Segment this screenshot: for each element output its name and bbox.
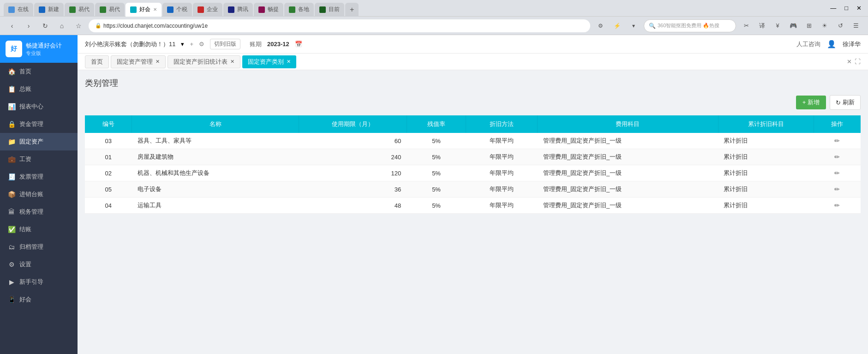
- close-tab-btn[interactable]: ✕: [847, 58, 852, 65]
- browser-tab-haohui[interactable]: 好会 ✕: [126, 3, 162, 17]
- back-button[interactable]: ‹: [6, 19, 18, 32]
- user-avatar-icon: 👤: [827, 40, 836, 48]
- expand-btn[interactable]: ⛶: [855, 58, 861, 65]
- header-right: 人工咨询 👤 徐泽华: [796, 40, 861, 48]
- cell-name: 房屋及建筑物: [132, 149, 299, 165]
- extensions-button[interactable]: ⚙: [594, 19, 607, 32]
- dropdown-icon[interactable]: ▾: [181, 41, 184, 48]
- home-button[interactable]: ⌂: [55, 19, 68, 32]
- cell-accum: 累计折旧: [718, 198, 814, 214]
- cell-action: ✏: [814, 133, 861, 149]
- cell-method: 年限平均: [466, 198, 538, 214]
- address-input[interactable]: 🔒 https://cloud.chanjet.com/accounting/u…: [89, 19, 590, 32]
- cell-action: ✏: [814, 198, 861, 214]
- sidebar-item-haohui[interactable]: 📱 好会: [0, 291, 78, 308]
- sidebar-item-guide[interactable]: ▶ 新手引导: [0, 273, 78, 291]
- sidebar-item-general-ledger[interactable]: 📋 总账: [0, 80, 78, 98]
- sidebar-item-settings[interactable]: ⚙ 设置: [0, 256, 78, 273]
- cell-period: 48: [299, 198, 407, 214]
- cell-id: 05: [85, 181, 132, 198]
- menu-icon[interactable]: ☰: [850, 19, 862, 32]
- edit-button[interactable]: ✏: [834, 153, 840, 161]
- lightning-button[interactable]: ⚡: [611, 19, 623, 32]
- search-bar[interactable]: 🔍 360智能抠图免费用 🔥热搜: [644, 19, 736, 32]
- page-tabs: 首页 固定资产管理 ✕ 固定资产折旧统计表 ✕ 固定资产类别 ✕ ✕ ⛶: [78, 54, 868, 70]
- cell-rate: 5%: [407, 133, 466, 149]
- tab-home[interactable]: 首页: [85, 55, 109, 68]
- coin-icon[interactable]: ¥: [771, 19, 784, 32]
- scissors-icon[interactable]: ✂: [740, 19, 753, 32]
- invoice-icon: 🧾: [7, 173, 16, 180]
- consultant-btn[interactable]: 人工咨询: [796, 40, 820, 48]
- cell-id: 03: [85, 133, 132, 149]
- grid-icon[interactable]: ⊞: [802, 19, 815, 32]
- browser-tab-yidai2[interactable]: 易代: [95, 3, 125, 17]
- edit-button[interactable]: ✏: [834, 169, 840, 177]
- close-window-icon[interactable]: ✕: [854, 5, 864, 12]
- home-icon: 🏠: [7, 68, 16, 75]
- sidebar-item-settlement[interactable]: ✅ 结账: [0, 221, 78, 238]
- sidebar-item-invoice[interactable]: 🧾 发票管理: [0, 168, 78, 186]
- forward-button[interactable]: ›: [22, 19, 35, 32]
- browser-tab-close[interactable]: ✕: [153, 7, 157, 12]
- edit-button[interactable]: ✏: [834, 137, 840, 144]
- tab-asset-category[interactable]: 固定资产类别 ✕: [242, 55, 296, 68]
- content-area: 类别管理 + 新增 ↻ 刷新 编号 名称 使用期限（月） 残值率 折旧方法: [78, 70, 868, 354]
- sidebar-item-payroll[interactable]: 💼 工资: [0, 150, 78, 168]
- sidebar-item-reports[interactable]: 📊 报表中心: [0, 98, 78, 115]
- cell-name: 电子设备: [132, 181, 299, 198]
- cell-action: ✏: [814, 181, 861, 198]
- browser-tab-tengxun[interactable]: 腾讯: [223, 3, 253, 17]
- edit-button[interactable]: ✏: [834, 186, 840, 193]
- logo-icon: 好: [6, 41, 22, 57]
- tab-fixed-assets-mgmt[interactable]: 固定资产管理 ✕: [111, 55, 166, 68]
- browser-tab-new[interactable]: +: [345, 3, 359, 17]
- cell-expense: 管理费用_固定资产折旧_一级: [538, 149, 718, 165]
- calendar-icon[interactable]: 📅: [295, 41, 302, 48]
- browser-tab-geishui[interactable]: 个税: [162, 3, 192, 17]
- browser-tab-yidai1[interactable]: 易代: [65, 3, 94, 17]
- browser-tab-qiye[interactable]: 企业: [193, 3, 222, 17]
- bookmark-button[interactable]: ☆: [72, 19, 85, 32]
- browser-tab-muqian[interactable]: 目前: [315, 3, 344, 17]
- settings-icon: ⚙: [7, 261, 16, 268]
- browser-tab-changti[interactable]: 畅提: [254, 3, 283, 17]
- browser-tab-xinjian[interactable]: 新建: [34, 3, 64, 17]
- cell-id: 04: [85, 198, 132, 214]
- account-name: 刘小艳演示账套（勿删勿动！）11: [85, 40, 175, 48]
- sidebar-item-archive[interactable]: 🗂 归档管理: [0, 238, 78, 256]
- tab-close-asset-category[interactable]: ✕: [287, 59, 291, 65]
- cell-accum: 累计折旧: [718, 133, 814, 149]
- guide-icon: ▶: [7, 278, 16, 286]
- dropdown-button[interactable]: ▾: [627, 19, 640, 32]
- edit-button[interactable]: ✏: [834, 202, 840, 209]
- translate-icon[interactable]: 译: [755, 19, 768, 32]
- minimize-icon[interactable]: —: [827, 5, 839, 12]
- refresh-button[interactable]: ↻ 刷新: [830, 95, 861, 110]
- col-header-accum: 累计折旧科目: [718, 115, 814, 133]
- reload-button[interactable]: ↻: [39, 19, 52, 32]
- sidebar-item-inventory[interactable]: 📦 进销台账: [0, 186, 78, 203]
- add-button[interactable]: + 新增: [796, 96, 826, 109]
- cell-action: ✏: [814, 165, 861, 181]
- sun-icon[interactable]: ☀: [818, 19, 831, 32]
- tab-close-depreciation-table[interactable]: ✕: [230, 59, 234, 65]
- tab-close-fixed-assets-mgmt[interactable]: ✕: [156, 59, 160, 65]
- sidebar-item-funds[interactable]: 🔒 资金管理: [0, 115, 78, 133]
- sidebar-item-fixed-assets[interactable]: 📁 固定资产: [0, 133, 78, 150]
- game-icon[interactable]: 🎮: [787, 19, 800, 32]
- browser-tab-gedi[interactable]: 各地: [284, 3, 314, 17]
- app-icon: 📱: [7, 296, 16, 303]
- sidebar-item-home[interactable]: 🏠 首页: [0, 63, 78, 80]
- browser-tab-zaixin[interactable]: 在线: [4, 3, 33, 17]
- settings-btn[interactable]: ⚙: [199, 41, 204, 48]
- cell-method: 年限平均: [466, 133, 538, 149]
- maximize-icon[interactable]: □: [842, 5, 851, 12]
- tab-depreciation-table[interactable]: 固定资产折旧统计表 ✕: [168, 55, 240, 68]
- undo-icon[interactable]: ↺: [834, 19, 847, 32]
- username: 徐泽华: [843, 40, 861, 48]
- switch-btn[interactable]: 切到旧版: [210, 39, 240, 49]
- col-header-method: 折旧方法: [466, 115, 538, 133]
- sidebar-item-tax[interactable]: 🏛 税务管理: [0, 203, 78, 221]
- add-account-btn[interactable]: +: [190, 41, 193, 48]
